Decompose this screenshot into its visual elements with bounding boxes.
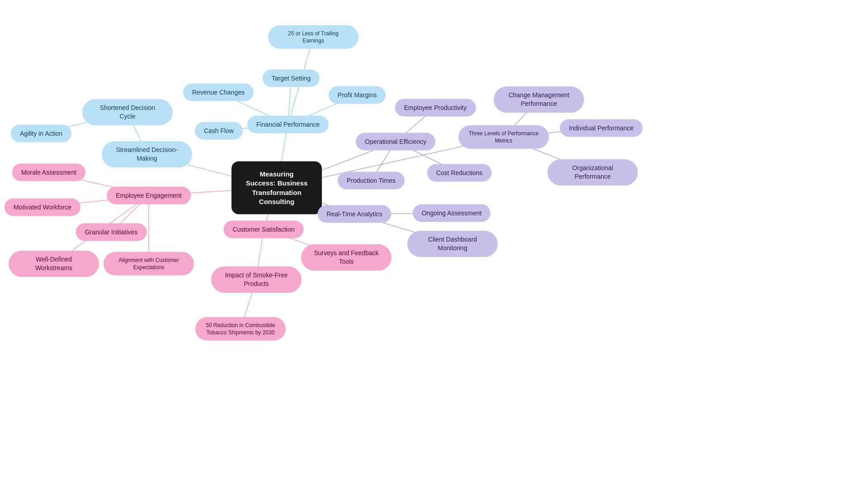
node-n14[interactable]: Well-Defined Workstreams	[9, 251, 99, 277]
node-n24[interactable]: Cost Reductions	[427, 164, 492, 182]
node-n18[interactable]: 50 Reduction in Combustible Tobacco Ship…	[195, 317, 286, 341]
node-n25[interactable]: Operational Efficiency	[356, 133, 435, 151]
node-n28[interactable]: Change Management Performance	[494, 86, 584, 113]
node-n29[interactable]: Individual Performance	[560, 119, 642, 137]
node-n26[interactable]: Employee Productivity	[395, 99, 476, 117]
node-n1[interactable]: 25 or Less of Trailing Earnings	[268, 25, 359, 49]
node-n11[interactable]: Employee Engagement	[107, 187, 191, 205]
node-n30[interactable]: Organizational Performance	[547, 159, 638, 186]
node-n9[interactable]: Streamlined Decision-Making	[102, 141, 192, 167]
node-n13[interactable]: Granular Initiatives	[76, 224, 147, 241]
node-n10[interactable]: Morale Assessment	[12, 164, 85, 181]
node-n5[interactable]: Financial Performance	[247, 116, 329, 133]
node-n15[interactable]: Alignment with Customer Expectations	[104, 252, 194, 276]
node-n22[interactable]: Client Dashboard Monitoring	[407, 231, 498, 257]
node-n23[interactable]: Production Times	[338, 172, 405, 190]
center-node[interactable]: Measuring Success: Business Transformati…	[231, 162, 322, 214]
node-n21[interactable]: Ongoing Assessment	[413, 205, 491, 222]
node-n6[interactable]: Profit Margins	[329, 86, 386, 104]
node-n2[interactable]: Target Setting	[263, 70, 320, 87]
node-n27[interactable]: Three Levels of Performance Metrics	[458, 125, 549, 149]
node-n4[interactable]: Cash Flow	[195, 122, 243, 140]
node-n20[interactable]: Real-Time Analytics	[317, 205, 391, 223]
node-n12[interactable]: Motivated Workforce	[5, 199, 80, 216]
node-n19[interactable]: Surveys and Feedback Tools	[301, 244, 392, 271]
node-n16[interactable]: Customer Satisfaction	[224, 221, 304, 238]
node-n7[interactable]: Shortened Decision Cycle	[82, 99, 173, 125]
node-n17[interactable]: Impact of Smoke-Free Products	[211, 266, 302, 293]
node-n8[interactable]: Agility in Action	[11, 125, 71, 143]
node-n3[interactable]: Revenue Changes	[183, 84, 254, 101]
